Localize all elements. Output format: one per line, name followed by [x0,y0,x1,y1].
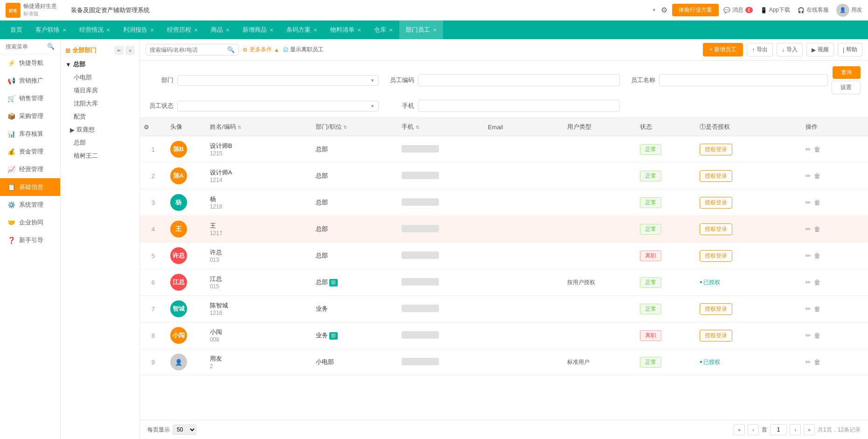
emp-code-input[interactable] [418,74,619,86]
sidebar-item-guide[interactable]: ❓ 新手引导 [0,231,60,249]
app-download-action[interactable]: 📱 App下载 [760,6,790,14]
tree-item-delivery[interactable]: 配货 [61,110,139,123]
tab-operations[interactable]: 经营情况 ✕ [73,21,117,39]
settings-icon[interactable]: ⚙ [661,6,667,14]
close-icon[interactable]: ✕ [226,28,229,33]
import-btn[interactable]: ↓ 导入 [777,43,803,56]
col-settings[interactable]: ⚙ [140,118,167,136]
sidebar-search-input[interactable] [6,43,44,50]
tab-profit[interactable]: 利润报告 ✕ [117,21,160,39]
tree-edit-btn[interactable]: ✏ [114,46,124,55]
search-input[interactable] [150,47,225,53]
tree-item-shuanglu[interactable]: ▶ 双鹿想 [61,123,139,136]
tab-home[interactable]: 首页 [4,21,29,39]
tree-item-shenyang[interactable]: 沈阳大库 [61,97,139,110]
phone-input[interactable] [418,100,619,112]
prev-page-btn[interactable]: ‹ [748,424,759,435]
message-action[interactable]: 💬 消息 6 [723,6,753,14]
sidebar-item-purchase[interactable]: 📦 采购管理 [0,107,60,125]
tab-warehouse[interactable]: 仓库 ✕ [368,21,399,39]
auth-login-btn[interactable]: 授权登录 [700,330,732,341]
all-dept-label[interactable]: ⊞ 全部部门 [65,46,97,55]
tree-item-root[interactable]: ▼ 总部 [61,58,139,71]
delete-icon[interactable]: 🗑 [814,252,820,259]
service-action[interactable]: 🎧 在线客服 [798,6,829,14]
edit-icon[interactable]: ✏ [806,305,811,313]
last-page-btn[interactable]: » [804,424,815,435]
tab-goods[interactable]: 商品 ✕ [204,21,236,39]
tree-item-zongbu[interactable]: 总部 [61,136,139,149]
delete-icon[interactable]: 🗑 [814,305,820,313]
delete-icon[interactable]: 🗑 [814,146,820,153]
close-icon[interactable]: ✕ [389,28,393,33]
first-page-btn[interactable]: « [734,424,745,435]
tree-item-zhishu[interactable]: 植树王二 [61,149,139,162]
try-btn[interactable]: 体验行业方案 [672,4,719,16]
system-title-dropdown[interactable]: ▼ [652,7,656,13]
delete-icon[interactable]: 🗑 [814,332,820,339]
close-icon[interactable]: ✕ [194,28,198,33]
edit-icon[interactable]: ✏ [806,146,811,153]
edit-icon[interactable]: ✏ [806,199,811,206]
sidebar-item-sales[interactable]: 🛒 销售管理 [0,90,60,107]
col-dept[interactable]: 部门/职位 ⇅ [312,118,398,136]
close-icon[interactable]: ✕ [433,28,437,33]
page-input[interactable] [770,424,787,435]
col-name[interactable]: 姓名/编码 ⇅ [206,118,312,136]
edit-icon[interactable]: ✏ [806,358,811,366]
close-icon[interactable]: ✕ [106,28,110,33]
tree-collapse-btn[interactable]: « [125,46,135,55]
show-departed-toggle[interactable]: ☑ 显示离职员工 [283,46,324,54]
tab-dept-staff[interactable]: 部门员工 ✕ [399,21,443,39]
sidebar-item-ops[interactable]: 📈 经营管理 [0,160,60,178]
auth-login-btn[interactable]: 授权登录 [700,144,732,155]
edit-icon[interactable]: ✏ [806,279,811,286]
tab-barcode[interactable]: 条码方案 ✕ [280,21,324,39]
close-icon[interactable]: ✕ [270,28,273,33]
close-icon[interactable]: ✕ [313,28,317,33]
auth-login-btn[interactable]: 授权登录 [700,250,732,262]
col-phone[interactable]: 手机 ⇅ [398,118,484,136]
edit-icon[interactable]: ✏ [806,225,811,233]
per-page-select[interactable]: 50 20 100 [173,425,196,435]
sidebar-item-nav[interactable]: ⚡ 快捷导航 [0,54,60,72]
set-btn[interactable]: 设置 [832,81,861,94]
close-icon[interactable]: ✕ [62,28,66,33]
auth-login-btn[interactable]: 授权登录 [700,197,732,209]
close-icon[interactable]: ✕ [150,28,154,33]
close-icon[interactable]: ✕ [357,28,361,33]
auth-login-btn[interactable]: 授权登录 [700,223,732,235]
tab-bom[interactable]: 物料清单 ✕ [324,21,368,39]
auth-login-btn[interactable]: 授权登录 [700,170,732,182]
sidebar-item-basic[interactable]: 📋 基础信息 [0,178,60,196]
more-filter-btn[interactable]: ⚙ 更多条件 ▲ [243,46,279,54]
delete-icon[interactable]: 🗑 [814,172,820,180]
auth-login-btn[interactable]: 授权登录 [700,303,732,315]
tab-customers[interactable]: 客户联络 ✕ [29,21,73,39]
delete-icon[interactable]: 🗑 [814,199,820,206]
tab-history[interactable]: 经营历程 ✕ [160,21,204,39]
tree-item-project[interactable]: 项目库房 [61,84,139,97]
sidebar-item-finance[interactable]: 💰 资金管理 [0,143,60,160]
user-action[interactable]: 👤 用友 [836,4,862,17]
sidebar-item-collab[interactable]: 🤝 企业协同 [0,214,60,231]
view-btn[interactable]: ▶ 视频 [806,43,834,56]
status-filter-select[interactable]: ▼ [177,101,379,111]
sidebar-item-inventory[interactable]: 📊 库存核算 [0,125,60,143]
delete-icon[interactable]: 🗑 [814,279,820,286]
tab-add-goods[interactable]: 新增商品 ✕ [236,21,280,39]
tree-item-xiaodian[interactable]: 小电部 [61,71,139,84]
edit-icon[interactable]: ✏ [806,252,811,259]
delete-icon[interactable]: 🗑 [814,225,820,233]
delete-icon[interactable]: 🗑 [814,358,820,366]
export-btn[interactable]: ↑ 导出 [747,43,773,56]
search-box[interactable]: 🔍 [146,44,239,56]
emp-name-input[interactable] [659,74,828,86]
edit-icon[interactable]: ✏ [806,332,811,339]
help-btn[interactable]: | 帮助 [838,43,862,56]
search-btn[interactable]: 查询 [833,66,861,79]
dept-filter-select[interactable]: ▼ [177,75,379,86]
add-employee-btn[interactable]: + 新增员工 [703,43,743,56]
edit-icon[interactable]: ✏ [806,172,811,180]
next-page-btn[interactable]: › [790,424,801,435]
